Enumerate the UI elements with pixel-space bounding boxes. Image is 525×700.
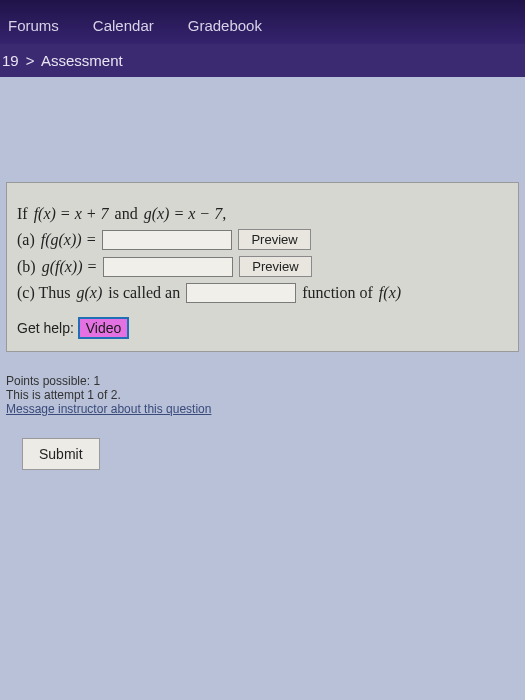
preview-button-b[interactable]: Preview bbox=[239, 256, 311, 277]
f-definition: f(x) = x + 7 bbox=[34, 205, 109, 223]
breadcrumb-separator: > bbox=[26, 52, 35, 69]
nav-tab-calendar[interactable]: Calendar bbox=[87, 17, 160, 36]
get-help-row: Get help: Video bbox=[17, 317, 508, 339]
submit-button[interactable]: Submit bbox=[22, 438, 100, 470]
video-link[interactable]: Video bbox=[78, 317, 130, 339]
nav-tab-gradebook[interactable]: Gradebook bbox=[182, 17, 268, 36]
part-c-tail: function of bbox=[302, 284, 373, 302]
part-c-after: is called an bbox=[108, 284, 180, 302]
part-b-input[interactable] bbox=[103, 257, 233, 277]
part-c-label: (c) Thus bbox=[17, 284, 70, 302]
part-b-row: (b) g(f(x)) = Preview bbox=[17, 256, 508, 277]
question-intro: If f(x) = x + 7 and g(x) = x − 7, bbox=[17, 205, 508, 223]
top-nav: Forums Calendar Gradebook bbox=[0, 0, 525, 44]
part-c-gx: g(x) bbox=[76, 284, 102, 302]
part-a-row: (a) f(g(x)) = Preview bbox=[17, 229, 508, 250]
question-box: If f(x) = x + 7 and g(x) = x − 7, (a) f(… bbox=[6, 182, 519, 352]
breadcrumb-course[interactable]: 19 bbox=[2, 52, 19, 69]
get-help-label: Get help: bbox=[17, 320, 74, 336]
part-a-expression: f(g(x)) = bbox=[41, 231, 97, 249]
part-c-row: (c) Thus g(x) is called an function of f… bbox=[17, 283, 508, 303]
part-c-input[interactable] bbox=[186, 283, 296, 303]
breadcrumb: 19 > Assessment bbox=[0, 44, 525, 77]
breadcrumb-page: Assessment bbox=[41, 52, 123, 69]
part-a-input[interactable] bbox=[102, 230, 232, 250]
message-instructor-link[interactable]: Message instructor about this question bbox=[6, 402, 211, 416]
nav-tab-forums[interactable]: Forums bbox=[2, 17, 65, 36]
attempt-info: This is attempt 1 of 2. bbox=[6, 388, 519, 402]
part-b-label: (b) bbox=[17, 258, 36, 276]
part-c-fx: f(x) bbox=[379, 284, 401, 302]
preview-button-a[interactable]: Preview bbox=[238, 229, 310, 250]
intro-joiner: and bbox=[115, 205, 138, 223]
g-definition: g(x) = x − 7, bbox=[144, 205, 226, 223]
part-b-expression: g(f(x)) = bbox=[42, 258, 98, 276]
points-possible: Points possible: 1 bbox=[6, 374, 519, 388]
question-footer: Points possible: 1 This is attempt 1 of … bbox=[6, 374, 519, 416]
part-a-label: (a) bbox=[17, 231, 35, 249]
intro-prefix: If bbox=[17, 205, 28, 223]
